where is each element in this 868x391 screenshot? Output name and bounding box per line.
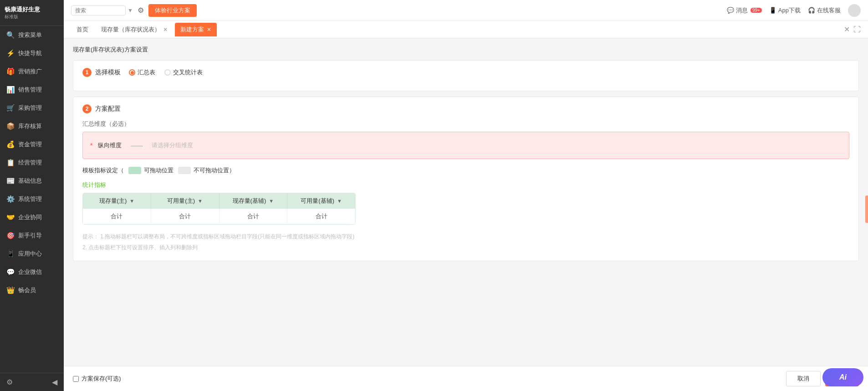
tab-inventory-status[interactable]: 现存量（库存状况表） ✕ bbox=[96, 23, 173, 36]
sidebar-item-system[interactable]: ⚙️ 系统管理 bbox=[0, 190, 64, 208]
save-plan-checkbox[interactable] bbox=[73, 376, 79, 382]
right-panel-hint[interactable] bbox=[865, 196, 868, 223]
messages-badge: 99+ bbox=[751, 8, 762, 13]
step2-title: 方案配置 bbox=[95, 105, 121, 113]
step2-badge: 2 bbox=[82, 104, 92, 113]
collapse-icon[interactable]: ◀ bbox=[52, 378, 57, 386]
tab-inventory-close[interactable]: ✕ bbox=[163, 26, 168, 33]
fixed-legend: 不可拖动位置） bbox=[178, 166, 235, 175]
stats-header: 现存量(主) ▼ 可用量(主) ▼ 现存量(基辅) ▼ 可用量(基辅) ▼ bbox=[83, 193, 355, 209]
content-area: 现存量(库存状况表)方案设置 1 选择模板 汇总表 交叉统计表 bbox=[64, 38, 868, 366]
fixed-label: 不可拖动位置） bbox=[194, 166, 235, 175]
sidebar-item-enterprise[interactable]: 🤝 企业协同 bbox=[0, 208, 64, 226]
window-controls: ✕ ⛶ bbox=[844, 25, 861, 34]
col-header-1[interactable]: 现存量(主) ▼ bbox=[83, 193, 151, 209]
col-header-2[interactable]: 可用量(主) ▼ bbox=[151, 193, 220, 209]
close-window-icon[interactable]: ✕ bbox=[844, 25, 850, 34]
tab-new-plan[interactable]: 新建方案 ✕ bbox=[175, 23, 217, 36]
avatar[interactable] bbox=[848, 4, 861, 17]
app-edition: 标准版 bbox=[5, 14, 59, 20]
sidebar-item-search[interactable]: 🔍 搜索菜单 bbox=[0, 26, 64, 44]
indicator-setting: 模板指标设定（ 可拖动位置 不可拖动位置） bbox=[82, 166, 849, 175]
sidebar-label-enterprise: 企业协同 bbox=[18, 213, 42, 221]
cell-1: 合计 bbox=[83, 209, 151, 224]
online-service-label: 在线客服 bbox=[817, 6, 841, 15]
col-chevron-1[interactable]: ▼ bbox=[129, 198, 134, 204]
settings-icon[interactable]: ⚙ bbox=[6, 378, 13, 386]
dimension-placeholder: 请选择分组维度 bbox=[152, 141, 193, 149]
radio-summary[interactable]: 汇总表 bbox=[129, 68, 155, 77]
sidebar-item-newbie[interactable]: 🎯 新手引导 bbox=[0, 226, 64, 245]
cell-2: 合计 bbox=[151, 209, 220, 224]
main-area: ▼ ⚙ 体验行业方案 💬 消息 99+ 📱 App下载 🎧 在线客服 首页 bbox=[64, 0, 868, 391]
radio-cross-label: 交叉统计表 bbox=[173, 68, 203, 77]
col-chevron-2[interactable]: ▼ bbox=[198, 198, 203, 204]
dropdown-icon[interactable]: ▼ bbox=[128, 7, 133, 14]
col-chevron-3[interactable]: ▼ bbox=[269, 198, 274, 204]
sidebar-item-marketing[interactable]: 🎁 营销推广 bbox=[0, 62, 64, 81]
save-plan-area[interactable]: 方案保存(可选) bbox=[73, 375, 121, 383]
sidebar-item-appstore[interactable]: 📱 应用中心 bbox=[0, 245, 64, 263]
marketing-icon: 🎁 bbox=[6, 67, 15, 76]
tab-new-plan-close[interactable]: ✕ bbox=[207, 26, 211, 33]
sidebar-item-operations[interactable]: 📋 经营管理 bbox=[0, 154, 64, 172]
sidebar-item-purchase[interactable]: 🛒 采购管理 bbox=[0, 99, 64, 117]
messages-label: 消息 bbox=[736, 6, 748, 15]
page-title: 现存量(库存状况表)方案设置 bbox=[73, 46, 859, 54]
vip-icon: 👑 bbox=[6, 286, 15, 294]
sidebar-item-quick-nav[interactable]: ⚡ 快捷导航 bbox=[0, 44, 64, 62]
newbie-icon: 🎯 bbox=[6, 232, 15, 240]
industry-btn[interactable]: 体验行业方案 bbox=[148, 4, 197, 17]
search-input[interactable] bbox=[71, 5, 126, 15]
sidebar-item-inventory[interactable]: 📦 库存核算 bbox=[0, 117, 64, 135]
col-chevron-4[interactable]: ▼ bbox=[337, 198, 342, 204]
sidebar-item-basic[interactable]: 📰 基础信息 bbox=[0, 172, 64, 190]
template-radio-group: 汇总表 交叉统计表 bbox=[129, 68, 203, 77]
required-dimension-area[interactable]: * 纵向维度 —— 请选择分组维度 bbox=[82, 132, 849, 159]
radio-cross-circle bbox=[164, 69, 171, 76]
cancel-button[interactable]: 取消 bbox=[786, 371, 821, 386]
basic-icon: 📰 bbox=[6, 177, 15, 185]
fixed-box bbox=[178, 167, 191, 174]
gear-icon[interactable]: ⚙ bbox=[138, 6, 144, 15]
maximize-icon[interactable]: ⛶ bbox=[853, 26, 861, 34]
messages-item[interactable]: 💬 消息 99+ bbox=[727, 6, 762, 15]
ai-button[interactable]: Ai bbox=[822, 368, 863, 386]
tips-area: 提示： 1.拖动标题栏可以调整布局，不可跨维度或指标区域拖动栏目字段(只能在同一… bbox=[82, 232, 849, 252]
message-icon: 💬 bbox=[727, 7, 734, 14]
tabs-bar: 首页 现存量（库存状况表） ✕ 新建方案 ✕ ✕ ⛶ bbox=[64, 21, 868, 38]
indicator-setting-label: 模板指标设定（ bbox=[82, 166, 124, 175]
sidebar-bottom: ⚙ ◀ bbox=[0, 373, 64, 391]
sidebar-label-basic: 基础信息 bbox=[18, 177, 42, 185]
sidebar-label-marketing: 营销推广 bbox=[18, 67, 42, 76]
col-label-4: 可用量(基辅) bbox=[301, 197, 334, 205]
sidebar-item-sales[interactable]: 📊 销售管理 bbox=[0, 81, 64, 99]
col-label-2: 可用量(主) bbox=[167, 197, 195, 205]
stats-body: 合计 合计 合计 合计 bbox=[83, 209, 355, 224]
movable-box bbox=[128, 167, 141, 174]
separator: —— bbox=[131, 142, 143, 149]
radio-cross[interactable]: 交叉统计表 bbox=[164, 68, 203, 77]
step1-header: 1 选择模板 汇总表 交叉统计表 bbox=[82, 68, 849, 77]
online-service-item[interactable]: 🎧 在线客服 bbox=[808, 6, 841, 15]
cell-4: 合计 bbox=[287, 209, 355, 224]
system-icon: ⚙️ bbox=[6, 195, 15, 203]
col-header-4[interactable]: 可用量(基辅) ▼ bbox=[287, 193, 355, 209]
sidebar-label-operations: 经营管理 bbox=[18, 159, 42, 167]
app-name: 畅康通好生意 bbox=[5, 5, 59, 14]
topbar-left: ▼ ⚙ 体验行业方案 bbox=[71, 4, 197, 17]
sidebar-label-system: 系统管理 bbox=[18, 195, 42, 203]
search-icon: 🔍 bbox=[6, 31, 15, 39]
tab-home[interactable]: 首页 bbox=[71, 23, 94, 36]
cell-3: 合计 bbox=[220, 209, 288, 224]
app-download-item[interactable]: 📱 App下载 bbox=[769, 6, 801, 15]
sidebar-item-finance[interactable]: 💰 资金管理 bbox=[0, 135, 64, 154]
sidebar-item-vip[interactable]: 👑 畅会员 bbox=[0, 281, 64, 299]
col-header-3[interactable]: 现存量(基辅) ▼ bbox=[220, 193, 288, 209]
sidebar-label-sales: 销售管理 bbox=[18, 86, 42, 94]
app-download-label: App下载 bbox=[778, 6, 801, 15]
vertical-dimension-label: 纵向维度 bbox=[98, 141, 122, 149]
tip-1: 提示： 1.拖动标题栏可以调整布局，不可跨维度或指标区域拖动栏目字段(只能在同一… bbox=[82, 232, 849, 242]
sidebar-label-wechat: 企业微信 bbox=[18, 268, 42, 276]
sidebar-item-wechat[interactable]: 💬 企业微信 bbox=[0, 263, 64, 281]
